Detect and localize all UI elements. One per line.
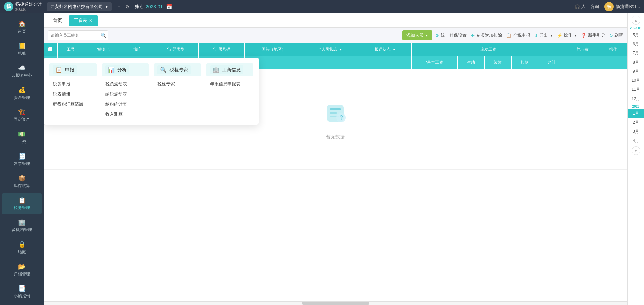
invoice-icon: 🧾	[18, 153, 26, 160]
table-wrapper: 📋 申报 税务申报 税表清册 所得税汇算清缴 📊	[44, 43, 627, 305]
sidebar-item-multi-org[interactable]: 🏢 多机构管理	[2, 215, 42, 236]
status-filter-icon[interactable]: ▼	[339, 48, 342, 51]
col-id-number: *证照号码	[199, 43, 244, 56]
cal-nav-down[interactable]: ▼	[632, 146, 640, 155]
sub-col-deduction: 扣款	[511, 56, 538, 69]
user-area[interactable]: 畅 畅捷通B组...	[604, 2, 640, 11]
sidebar-item-close[interactable]: 🔒 结账	[2, 237, 42, 258]
col-checkbox[interactable]	[44, 43, 57, 56]
sidebar-item-salary[interactable]: 💵 工资	[2, 127, 42, 148]
settings-btn[interactable]: ⚙	[125, 4, 129, 9]
tax-inspection-item[interactable]: 税检专家	[154, 79, 201, 89]
cal-nav-up[interactable]: ▲	[632, 16, 640, 25]
name-sort-icon[interactable]: ⇅	[108, 48, 111, 51]
guide-label: 新手引导	[588, 32, 605, 38]
cal-month-9[interactable]: 9月	[628, 67, 644, 76]
cal-month-4[interactable]: 4月	[628, 136, 644, 145]
guide-tool-icon: ❓	[581, 33, 586, 38]
tab-close-btn[interactable]: ✕	[89, 18, 92, 23]
tab-home[interactable]: 首页	[48, 15, 67, 26]
sidebar-item-fund[interactable]: 💰 资金管理	[2, 83, 42, 104]
search-icon[interactable]: 🔍	[101, 33, 106, 38]
sidebar-item-home[interactable]: 🏠 首页	[2, 17, 42, 38]
logo-area: 畅 畅捷通好会计 旗舰版	[4, 2, 44, 12]
col-id-type-label: *证照类型	[167, 47, 185, 52]
analysis-header: 📊 分析	[102, 63, 149, 76]
operation-btn[interactable]: ⚡ 操作 ▼	[557, 32, 577, 38]
sidebar-item-inventory[interactable]: 📦 库存核算	[2, 171, 42, 192]
scrollbar-thumb[interactable]	[302, 302, 369, 305]
analysis-icon: 📊	[108, 67, 115, 73]
report-filter-icon[interactable]: ▼	[392, 48, 396, 51]
annual-report-item[interactable]: 年报信息申报表	[206, 79, 254, 89]
sub-col-base-wage: *基本工资	[412, 56, 457, 69]
declaration-title: 申报	[65, 67, 74, 73]
income-tax-item[interactable]: 所得税汇算清缴	[49, 99, 97, 109]
cal-month-1[interactable]: 1月	[628, 109, 644, 118]
tab-bar: 首页 工资表 ✕	[44, 13, 627, 28]
export-btn[interactable]: ⬇ 导出 ▼	[534, 32, 553, 38]
sub-base-wage-label: *基本工资	[426, 60, 444, 65]
income-calc-item[interactable]: 收入测算	[102, 109, 149, 119]
add-company-btn[interactable]: ＋	[117, 4, 121, 10]
cal-month-10[interactable]: 10月	[628, 76, 644, 85]
cal-month-2[interactable]: 2月	[628, 118, 644, 127]
tab-payroll[interactable]: 工资表 ✕	[69, 15, 98, 26]
col-domicile-label: 国籍（地区）	[262, 47, 286, 52]
bizinfo-icon: 🏢	[213, 67, 219, 73]
tax-report-btn[interactable]: 📋 个税申报	[506, 32, 530, 38]
sidebar-item-archive[interactable]: 📂 归档管理	[2, 260, 42, 280]
company-selector[interactable]: 西安虾米网络科技有限公司 ▼	[47, 2, 112, 11]
tax-report-label: 个税申报	[513, 32, 530, 38]
social-insurance-btn[interactable]: ⚙ 统一社保设置	[435, 32, 467, 38]
cal-month-11[interactable]: 11月	[628, 85, 644, 94]
tab-payroll-label: 工资表	[74, 17, 87, 24]
sidebar-label-ledger: 总账	[18, 51, 26, 56]
calendar-icon[interactable]: 📅	[166, 4, 172, 9]
sidebar-item-cloud-report[interactable]: ☁️ 云报表中心	[2, 61, 42, 82]
sidebar-label-invoice: 发票管理	[14, 161, 30, 167]
cal-month-5[interactable]: 5月	[628, 31, 644, 40]
tax-stats-item[interactable]: 纳税统计表	[102, 99, 149, 109]
tax-burden-item[interactable]: 税负波动表	[102, 79, 149, 89]
sidebar-item-invoice[interactable]: 🧾 发票管理	[2, 149, 42, 170]
tax-icon: 📋	[18, 197, 26, 204]
tax-table-item[interactable]: 税表清册	[49, 89, 97, 99]
scrollbar-area[interactable]	[44, 301, 627, 305]
svg-rect-1	[330, 108, 341, 110]
sub-deduction-label: 扣款	[521, 60, 529, 65]
add-person-label: 添加人员	[406, 32, 424, 38]
tax-declaration-item[interactable]: 税务申报	[49, 79, 97, 89]
expense-icon: 📑	[18, 285, 26, 292]
sidebar-item-ledger[interactable]: 📒 总账	[2, 39, 42, 60]
cal-month-8[interactable]: 8月	[628, 58, 644, 67]
cal-month-6[interactable]: 6月	[628, 40, 644, 49]
tab-home-label: 首页	[53, 17, 62, 24]
sidebar-label-salary: 工资	[18, 139, 26, 145]
username-label: 畅捷通B组...	[616, 4, 640, 10]
col-id-num-label: *证照号码	[213, 47, 231, 52]
sidebar-item-settings[interactable]: ⚙️ 基础设置	[2, 304, 42, 305]
col-pension: 养老费	[565, 43, 600, 56]
special-deduct-btn[interactable]: ✚ 专项附加扣除	[471, 32, 502, 38]
sidebar-item-expense[interactable]: 📑 小畅报销	[2, 281, 42, 302]
sidebar-item-fixed-asset[interactable]: 🏗️ 固定资产	[2, 105, 42, 126]
social-insurance-icon: ⚙	[435, 33, 439, 38]
cal-month-3[interactable]: 3月	[628, 127, 644, 136]
select-all-checkbox[interactable]	[48, 47, 52, 51]
right-sidebar-calendar: ▲ 2023.01 5月 6月 7月 8月 9月 10月 11月 12月 202…	[627, 13, 644, 305]
dropdown-menu: 📋 申报 税务申报 税表清册 所得税汇算清缴 📊	[44, 58, 259, 125]
cal-month-12[interactable]: 12月	[628, 94, 644, 103]
tax-payment-item[interactable]: 纳税波动表	[102, 89, 149, 99]
search-input[interactable]	[48, 30, 108, 40]
logo-text-group: 畅捷通好会计 旗舰版	[15, 2, 42, 12]
export-label: 导出	[539, 32, 548, 38]
add-person-button[interactable]: 添加人员 ▼	[402, 30, 432, 40]
sidebar-item-tax[interactable]: 📋 税务管理	[2, 193, 42, 214]
support-btn[interactable]: 🎧 人工咨询	[575, 4, 599, 10]
ledger-icon: 📒	[18, 42, 26, 50]
guide-btn[interactable]: ❓ 新手引导	[581, 32, 605, 38]
refresh-btn[interactable]: ↻ 刷新	[609, 32, 623, 38]
cal-month-7[interactable]: 7月	[628, 49, 644, 58]
cal-year-2023-label: 2023	[628, 104, 644, 109]
